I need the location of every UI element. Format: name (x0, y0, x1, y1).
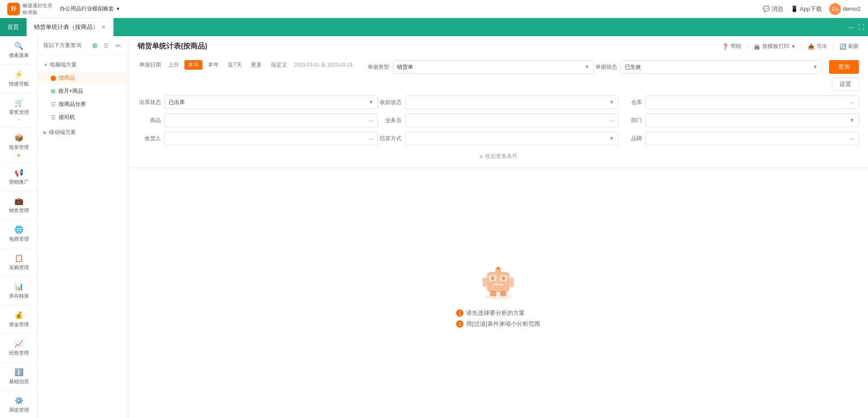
sys-icon: ⚙️ (14, 396, 24, 405)
template-print-button[interactable]: 🖨️ 按模板打印 ▼ (754, 43, 796, 50)
collapse-panel-icon[interactable]: ≪ (113, 41, 123, 50)
empty-tips: 1 请先选择要分析的方案 2 用[过滤]条件来缩小分析范围 (456, 309, 540, 328)
circle-icon (51, 76, 56, 81)
help-button[interactable]: ❓ 帮助 (722, 43, 741, 50)
export-button[interactable]: 📤 导出 (808, 43, 827, 50)
page-title: 销货单统计表(按商品) (137, 42, 208, 51)
tree-pc-label: 电脑端方案 (50, 61, 77, 69)
date-tab-this-month[interactable]: 本月 (184, 60, 203, 70)
search-icon: 🔍 (14, 42, 24, 50)
filter-item-product: 商品 ··· (137, 114, 378, 127)
date-tab-custom[interactable]: 自定义 (267, 60, 291, 70)
ops-icon: 📈 (14, 339, 24, 348)
storage-ellipsis-btn[interactable]: ··· (849, 99, 855, 106)
payment-select[interactable]: ▼ (405, 95, 618, 109)
tree-arrow-right-icon: ▶ (43, 130, 47, 135)
product-ellipsis-btn[interactable]: ··· (368, 117, 374, 124)
date-tab-7days[interactable]: 近7天 (224, 60, 245, 70)
doc-status-dropdown-icon: ▼ (812, 64, 818, 70)
doc-type-select[interactable]: 销货单 ▼ (393, 60, 594, 74)
receiver-input-wrap: ··· (165, 132, 378, 145)
sidebar-item-sys-mgmt[interactable]: ⚙️ 系统管理 (0, 391, 38, 418)
filter-row-1: 单据日期 上月 本月 本年 近7天 更多 自定义 2023-03-01 至 20… (137, 60, 859, 91)
filter-item-warehouse: 出库状态 已出库 ▼ (137, 95, 378, 109)
tab-home[interactable]: 首页 (0, 18, 27, 36)
sidebar-item-search-menu[interactable]: 🔍 搜索菜单 (0, 36, 38, 65)
sidebar-item-sales-mgmt[interactable]: 💼 销售管理 (0, 191, 38, 220)
sidebar-item-basic-info[interactable]: ℹ️ 基础信息 (0, 362, 38, 391)
refresh-button[interactable]: 🔄 刷新 (840, 43, 859, 50)
filter-item-payment: 收款状态 ▼ (378, 95, 618, 109)
ecom-icon: 🌐 (14, 225, 24, 234)
brand-label: 品牌 (618, 135, 646, 142)
salesman-input-wrap: ··· (405, 114, 618, 127)
settings-icon[interactable]: ☰ (102, 41, 111, 50)
filter-item-dept: 部门 ▼ (618, 114, 859, 127)
print-icon: 🖨️ (754, 43, 760, 50)
tab-close-icon[interactable]: ✕ (101, 24, 106, 30)
receiver-label: 收货人 (137, 135, 165, 142)
tab-sales-stat[interactable]: 销货单统计表（按商品） ✕ (27, 18, 113, 36)
warehouse-label: 出库状态 (137, 99, 165, 106)
sidebar-item-quick-nav[interactable]: ⚡ 快捷导航 (0, 65, 38, 93)
settlement-select[interactable]: ▼ (405, 132, 618, 145)
sidebar-item-ecom-mgmt[interactable]: 🌐 电商管理 (0, 220, 38, 248)
warehouse-select[interactable]: 已出库 ▼ (165, 95, 378, 109)
tree-child-category-label: 按商品分类 (59, 100, 86, 108)
add-scheme-icon[interactable]: ⊕ (90, 41, 99, 50)
print-dropdown-icon: ▼ (791, 44, 796, 49)
tree-child-by-product-label: 按商品 (59, 74, 75, 82)
collapse-btn[interactable]: ∧ 收起更多条件 (137, 149, 859, 162)
page-header-top: 销货单统计表(按商品) ❓ 帮助 | 🖨️ 按模板打印 ▼ | (137, 42, 859, 51)
doc-type-dropdown-icon: ▼ (584, 64, 590, 70)
setting-button[interactable]: 设置 (832, 77, 859, 91)
empty-tip-1: 1 请先选择要分析的方案 (456, 309, 540, 317)
salesman-label: 业务员 (378, 117, 405, 124)
payment-dropdown-icon: ▼ (609, 99, 614, 105)
filter-item-doc-type: 单据类型 销货单 ▼ (366, 60, 594, 74)
sidebar-item-marketing[interactable]: 📢 营销推广 (0, 163, 38, 191)
dept-select[interactable]: ▼ (646, 114, 859, 127)
salesman-ellipsis-btn[interactable]: ··· (609, 117, 614, 124)
storage-label: 仓库 (618, 99, 646, 106)
date-tab-last-month[interactable]: 上月 (165, 60, 183, 70)
date-tab-more[interactable]: 更多 (247, 60, 265, 70)
tab-expand-icon[interactable]: ⛶ (858, 24, 864, 31)
sales-icon: 💼 (14, 197, 24, 205)
download-icon: 📱 (791, 5, 798, 12)
main-layout: 🔍 搜索菜单 ⚡ 快捷导航 🛒 零售管理 ▼ 📦 批发管理 ▲ 📢 营销推广 💼… (0, 36, 868, 418)
grid-icon: ⊞ (51, 88, 56, 95)
doc-status-select[interactable]: 已生效 ▼ (621, 60, 822, 74)
message-button[interactable]: 💬 消息 (763, 5, 783, 13)
filter-row-2: 出库状态 已出库 ▼ 收款状态 ▼ 仓库 (137, 95, 859, 109)
svg-rect-10 (509, 277, 514, 287)
sidebar-item-wholesale-mgmt[interactable]: 📦 批发管理 ▲ (0, 128, 38, 163)
tree-mobile-scheme[interactable]: ▶ 移动端方案 (38, 126, 128, 139)
sidebar-item-ops-mgmt[interactable]: 📈 经营管理 (0, 334, 38, 362)
filter-item-doc-status: 单据状态 已生效 ▼ (594, 60, 822, 74)
tip-num-2: 2 (456, 320, 463, 328)
user-profile[interactable]: Ea demo2 (829, 3, 861, 15)
empty-illustration (476, 258, 521, 304)
brand-ellipsis-btn[interactable]: ··· (849, 135, 855, 142)
tree-pc-scheme[interactable]: ▼ 电脑端方案 (38, 58, 128, 71)
app-download-button[interactable]: 📱 App下载 (791, 5, 822, 13)
svg-point-8 (497, 267, 500, 270)
tree-child-by-product-category[interactable]: ☰ 按商品分类 (38, 98, 128, 111)
sidebar-item-retail-mgmt[interactable]: 🛒 零售管理 ▼ (0, 93, 38, 128)
tree-child-by-month-product[interactable]: ⊞ 按月+商品 (38, 85, 128, 98)
date-tab-this-year[interactable]: 本年 (204, 60, 222, 70)
doc-status-value: 已生效 (625, 63, 641, 71)
receiver-ellipsis-btn[interactable]: ··· (368, 135, 374, 142)
industry-select[interactable]: 办公用品行业模拟账套 ▼ (56, 5, 124, 13)
tree-child-by-cashier[interactable]: ☰ 按司机 (38, 111, 128, 124)
sidebar-item-purchase-mgmt[interactable]: 📋 采购管理 (0, 248, 38, 277)
sidebar-item-finance-mgmt[interactable]: 💰 资金管理 (0, 305, 38, 334)
date-filter-row: 上月 本月 本年 近7天 更多 自定义 2023-03-01 至 2023-03… (165, 60, 353, 70)
sidebar-item-inventory[interactable]: 📊 库存核算 (0, 277, 38, 305)
tree-child-by-product[interactable]: 按商品 (38, 71, 128, 85)
sub-panel-header: 按以下方案查询 ⊕ ☰ ≪ (38, 36, 128, 55)
query-button[interactable]: 查询 (829, 60, 859, 74)
tab-minimize-icon[interactable]: — (848, 24, 854, 31)
dept-label: 部门 (618, 117, 646, 124)
